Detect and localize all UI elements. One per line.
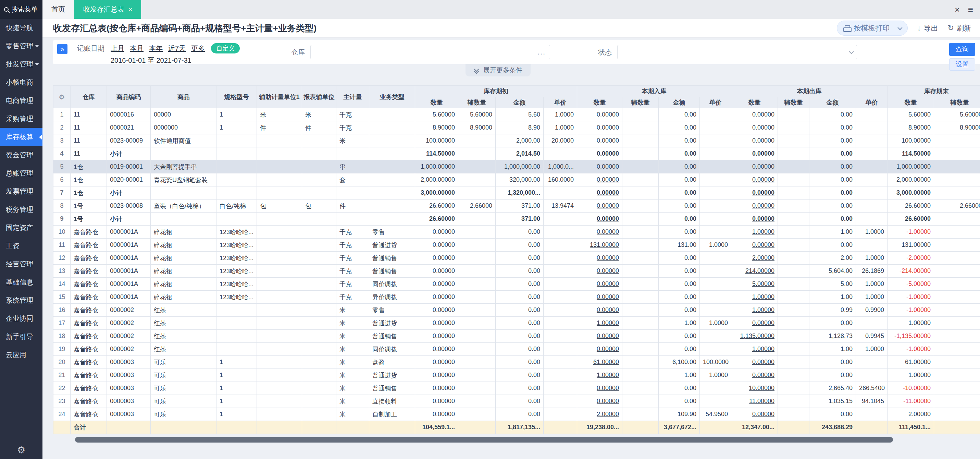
sidebar-item[interactable]: 固定资产 xyxy=(0,219,43,237)
drilldown-link[interactable]: 2.00000 xyxy=(597,411,619,418)
quick-date-link[interactable]: 本月 xyxy=(130,44,143,53)
drilldown-link[interactable]: 0.00000 xyxy=(597,137,619,144)
drilldown-link[interactable]: 1.00000 xyxy=(752,228,775,235)
sidebar-item[interactable]: 批发管理 xyxy=(0,55,43,73)
horizontal-scrollbar[interactable] xyxy=(53,437,980,443)
drilldown-link[interactable]: 0.00000 xyxy=(752,189,775,196)
drilldown-link[interactable]: 0.00000 xyxy=(752,359,775,365)
drilldown-link[interactable]: 1.00000 xyxy=(752,306,775,313)
quick-date-link[interactable]: 上月 xyxy=(111,44,124,53)
sidebar-item[interactable]: 发票管理 xyxy=(0,182,43,201)
drilldown-link[interactable]: 0.00000 xyxy=(597,306,619,313)
print-by-template-button[interactable]: 按模板打印 xyxy=(837,21,908,36)
sidebar-item[interactable]: 采购管理 xyxy=(0,110,43,128)
sidebar-search-menu[interactable]: 搜索菜单 xyxy=(0,0,43,19)
table-row[interactable]: 21嘉音路仓0000003可乐1米普通进货0.000000.001.000001… xyxy=(53,369,980,382)
drilldown-link[interactable]: 0.00000 xyxy=(752,411,775,418)
drilldown-link[interactable]: 0.00000 xyxy=(597,268,619,274)
quick-date-link[interactable]: 近7天 xyxy=(168,44,186,53)
export-button[interactable]: ↓ 导出 xyxy=(917,23,938,33)
drilldown-link[interactable]: 0.00000 xyxy=(597,215,619,222)
sidebar-settings-button[interactable]: ⚙ xyxy=(0,441,43,459)
drilldown-link[interactable]: 61.00000 xyxy=(593,359,619,365)
drilldown-link[interactable]: 0.00000 xyxy=(597,346,619,352)
drilldown-link[interactable]: 0.00000 xyxy=(597,124,619,131)
table-row[interactable]: 19嘉音路仓0000002红茶米同价调拨0.000000.000.000000.… xyxy=(53,343,980,356)
chevron-down-icon[interactable] xyxy=(897,26,902,30)
sidebar-item[interactable]: 基础信息 xyxy=(0,273,43,292)
sidebar-item[interactable]: 电商管理 xyxy=(0,91,43,110)
sidebar-item[interactable]: 企业协同 xyxy=(0,309,43,328)
table-row[interactable]: 3110023-00009软件通用商值米100.000002,000.0020.… xyxy=(53,134,980,147)
table-row[interactable]: 14嘉音路仓0000001A碎花裙123哈哈哈...千克同价调拨0.000000… xyxy=(53,278,980,291)
table-row[interactable]: 20嘉音路仓0000003可乐1米盘盈0.000000.0061.000006,… xyxy=(53,356,980,369)
filter-collapse-button[interactable]: » xyxy=(57,44,67,54)
drilldown-link[interactable]: 0.00000 xyxy=(597,254,619,261)
drilldown-link[interactable]: 0.00000 xyxy=(752,137,775,144)
table-row[interactable]: 13嘉音路仓0000001A碎花裙123哈哈哈...千克普通销售0.000000… xyxy=(53,265,980,278)
sidebar-item[interactable]: 新手引导 xyxy=(0,328,43,346)
table-row[interactable]: 23嘉音路仓0000003可乐1米直接领料0.000000.000.000000… xyxy=(53,395,980,408)
table-row[interactable]: 71仓小计3,000.000001,320,000...0.000000.000… xyxy=(53,186,980,199)
expand-more-conditions-button[interactable]: 展开更多条件 xyxy=(466,64,531,76)
table-row[interactable]: 12嘉音路仓0000001A碎花裙123哈哈哈...千克普通销售0.000000… xyxy=(53,252,980,265)
drilldown-link[interactable]: 0.00000 xyxy=(752,163,775,170)
drilldown-link[interactable]: 0.00000 xyxy=(752,319,775,326)
refresh-button[interactable]: ↻ 刷新 xyxy=(948,23,971,33)
drilldown-link[interactable]: 0.00000 xyxy=(597,228,619,235)
table-row[interactable]: 17嘉音路仓0000002红茶米普通进货0.000000.001.000001.… xyxy=(53,317,980,330)
table-row[interactable]: 16嘉音路仓0000002红茶米零售0.000000.000.000000.00… xyxy=(53,304,980,317)
drilldown-link[interactable]: 1,135.00000 xyxy=(740,333,775,339)
table-row[interactable]: 11嘉音路仓0000001A碎花裙123哈哈哈...千克普通进货0.000000… xyxy=(53,239,980,252)
table-row[interactable]: 10嘉音路仓0000001A碎花裙123哈哈哈...千克零售0.000000.0… xyxy=(53,226,980,239)
table-row[interactable]: 51仓0019-00001大金刚菩提手串串1,000.000001,000,00… xyxy=(53,161,980,174)
drilldown-link[interactable]: 131.00000 xyxy=(590,241,619,248)
sidebar-item[interactable]: 库存核算 xyxy=(0,128,43,146)
drilldown-link[interactable]: 1.00000 xyxy=(597,319,619,326)
menu-icon[interactable]: ≡ xyxy=(968,5,973,14)
table-row[interactable]: 211000002100000001件件千克8.900008.900008.90… xyxy=(53,121,980,134)
drilldown-link[interactable]: 2.00000 xyxy=(752,254,775,261)
drilldown-link[interactable]: 0.00000 xyxy=(597,189,619,196)
drilldown-link[interactable]: 5.00000 xyxy=(752,280,775,287)
query-button[interactable]: 查询 xyxy=(949,43,975,56)
status-select[interactable] xyxy=(617,45,857,59)
quick-date-link[interactable]: 本年 xyxy=(149,44,163,53)
table-row[interactable]: 22嘉音路仓0000003可乐1米普通销售0.000000.000.000000… xyxy=(53,382,980,395)
drilldown-link[interactable]: 0.00000 xyxy=(597,163,619,170)
sidebar-item[interactable]: 工资 xyxy=(0,237,43,255)
drilldown-link[interactable]: 0.00000 xyxy=(597,150,619,157)
sidebar-item[interactable]: 云应用 xyxy=(0,346,43,364)
tab-home[interactable]: 首页 xyxy=(43,0,74,19)
date-range-value[interactable]: 2016-01-01 至 2021-07-31 xyxy=(111,56,240,65)
sidebar-item[interactable]: 资金管理 xyxy=(0,146,43,164)
quick-date-link[interactable]: 更多 xyxy=(191,44,205,53)
custom-date-button[interactable]: 自定义 xyxy=(211,43,240,54)
drilldown-link[interactable]: 0.00000 xyxy=(752,150,775,157)
drilldown-link[interactable]: 0.00000 xyxy=(597,333,619,339)
drilldown-link[interactable]: 1.00000 xyxy=(597,371,619,378)
drilldown-link[interactable]: 0.00000 xyxy=(597,176,619,183)
close-icon[interactable]: × xyxy=(955,5,960,14)
sidebar-item[interactable]: 快捷导航 xyxy=(0,19,43,37)
drilldown-link[interactable]: 0.00000 xyxy=(597,293,619,300)
tab-close-icon[interactable]: × xyxy=(129,6,132,13)
table-row[interactable]: 24嘉音路仓0000003可乐1米自制加工0.000000.002.000001… xyxy=(53,408,980,421)
sidebar-item[interactable]: 总账管理 xyxy=(0,164,43,182)
drilldown-link[interactable]: 214.00000 xyxy=(745,268,775,274)
drilldown-link[interactable]: 1.00000 xyxy=(752,293,775,300)
sidebar-item[interactable]: 小畅电商 xyxy=(0,73,43,91)
drilldown-link[interactable]: 0.00000 xyxy=(752,176,775,183)
sidebar-item[interactable]: 零售管理 xyxy=(0,37,43,55)
warehouse-input[interactable] xyxy=(315,48,538,56)
tab-summary-report[interactable]: 收发存汇总表 × xyxy=(74,0,141,19)
warehouse-more-button[interactable]: ... xyxy=(538,50,546,54)
drilldown-link[interactable]: 0.00000 xyxy=(597,202,619,209)
drilldown-link[interactable]: 0.00000 xyxy=(597,398,619,405)
drilldown-link[interactable]: 10.00000 xyxy=(749,385,775,392)
scrollbar-thumb[interactable] xyxy=(75,437,893,443)
drilldown-link[interactable]: 0.00000 xyxy=(752,124,775,131)
sidebar-item[interactable]: 经营管理 xyxy=(0,255,43,273)
table-row[interactable]: 15嘉音路仓0000001A碎花裙123哈哈哈...千克异价调拨0.000000… xyxy=(53,291,980,304)
column-settings-icon[interactable]: ⚙ xyxy=(53,86,70,108)
